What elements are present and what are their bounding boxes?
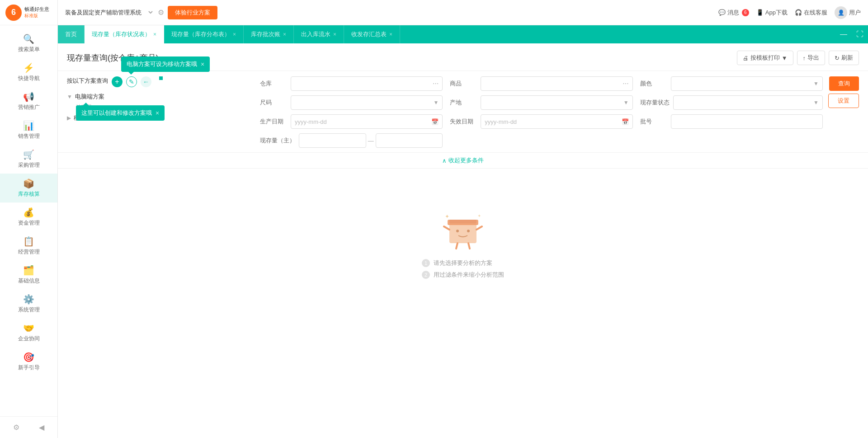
sidebar-item-basic[interactable]: 🗂️ 基础信息	[0, 260, 57, 289]
stock-qty-separator: —	[368, 137, 374, 144]
expiry-date-label: 失效日期	[450, 118, 477, 126]
edit-scheme-button[interactable]: ✎	[126, 76, 137, 87]
page-inner: 现存量查询(按仓库+商品) 🖨 按模板打印 ▼ ↑ 导出 ↻ 刷新	[58, 43, 868, 438]
field-expiry-date: 失效日期 yyyy-mm-dd 📅	[450, 114, 632, 129]
svg-line-8	[468, 243, 470, 249]
sidebar-item-guide[interactable]: 🎯 新手引导	[0, 347, 57, 376]
tab-inventory-status[interactable]: 现存量（库存状况表） ×	[85, 25, 164, 43]
empty-step-2: 2 用过滤条件来缩小分析范围	[422, 269, 504, 281]
tab-home[interactable]: 首页	[58, 25, 85, 43]
svg-point-3	[456, 230, 459, 232]
settings-bottom-btn[interactable]: ⚙	[13, 423, 19, 432]
production-date-label: 生产日期	[260, 118, 287, 126]
color-chevron-icon: ▼	[813, 80, 819, 87]
header-right: 💬 消息 6 📱 App下载 🎧 在线客服 👤 用户	[718, 6, 861, 19]
dot-indicator	[159, 76, 163, 80]
quick-nav-icon: ⚡	[23, 62, 34, 73]
tooltip2-close-button[interactable]: ×	[156, 109, 159, 117]
production-date-input[interactable]: yyyy-mm-dd 📅	[291, 114, 443, 129]
export-button[interactable]: ↑ 导出	[797, 51, 826, 65]
guide-nav-icon: 🎯	[23, 352, 34, 363]
color-input[interactable]: ▼	[671, 76, 823, 91]
batch-no-input[interactable]	[671, 114, 823, 129]
tab-bar: 首页 现存量（库存状况表） × 现存量（库存分布表） × 库存批次账 × 出入库…	[58, 25, 868, 43]
stock-qty-to[interactable]	[376, 133, 443, 148]
sidebar-item-search[interactable]: 🔍 搜索菜单	[0, 29, 57, 58]
svg-text:✦: ✦	[445, 213, 449, 220]
collapse-button[interactable]: ∧ 收起更多条件	[442, 156, 484, 165]
search-actions: 查询 设置	[828, 76, 859, 108]
field-color: 颜色 ▼	[640, 76, 823, 91]
stock-status-input[interactable]: ▼	[673, 95, 823, 110]
logo-text: 畅通好生意	[24, 6, 49, 13]
scheme-tree: 这里可以创建和修改方案哦 × ▼ 电脑端方案 按商品	[67, 91, 255, 124]
sidebar-item-quick[interactable]: ⚡ 快捷导航	[0, 58, 57, 87]
reset-button[interactable]: 设置	[828, 94, 859, 108]
origin-input[interactable]: ▼	[481, 95, 632, 110]
filter-label-row: 按以下方案查询 + ✎ ← 电脑方案可设为移动方案哦 ×	[67, 76, 255, 87]
header-left: 装备及固定资产辅助管理系统 ⚙ 体验行业方案	[65, 6, 217, 19]
sidebar-item-purchase[interactable]: 🛒 采购管理	[0, 145, 57, 174]
tab-close-batch-account[interactable]: ×	[283, 31, 286, 38]
add-scheme-button[interactable]: +	[112, 76, 123, 87]
operations-nav-icon: 📋	[23, 236, 34, 247]
sidebar-item-marketing[interactable]: 📢 营销推广	[0, 87, 57, 116]
sidebar-item-sales[interactable]: 📊 销售管理	[0, 116, 57, 145]
empty-illustration: ✦ ✦	[440, 205, 486, 250]
tab-inventory-dist[interactable]: 现存量（库存分布表） ×	[164, 25, 244, 43]
sidebar-item-inventory[interactable]: 📦 库存核算	[0, 174, 57, 203]
gear-icon[interactable]: ⚙	[158, 8, 164, 17]
svg-rect-2	[449, 220, 476, 223]
tab-receive-summary[interactable]: 收发存汇总表 ×	[344, 25, 400, 43]
tab-batch-account[interactable]: 库存批次账 ×	[244, 25, 294, 43]
sidebar-item-system[interactable]: ⚙️ 系统管理	[0, 289, 57, 318]
online-service-action[interactable]: 🎧 在线客服	[795, 9, 827, 17]
search-button[interactable]: 查询	[829, 76, 859, 91]
experience-button[interactable]: 体验行业方案	[168, 6, 217, 19]
scheme-desktop-arrow-icon: ▼	[67, 94, 72, 100]
avatar: 👤	[835, 6, 847, 19]
system-select[interactable]	[145, 9, 154, 16]
user-action[interactable]: 👤 用户	[835, 6, 861, 19]
print-button[interactable]: 🖨 按模板打印 ▼	[737, 51, 793, 65]
message-badge: 6	[742, 9, 749, 16]
field-batch-no: 批号	[640, 114, 823, 129]
filter-section: 按以下方案查询 + ✎ ← 电脑方案可设为移动方案哦 ×	[58, 71, 868, 169]
tab-close-inventory-dist[interactable]: ×	[233, 31, 236, 38]
size-input[interactable]: ▼	[291, 95, 443, 110]
scheme-desktop[interactable]: ▼ 电脑端方案	[67, 91, 255, 103]
app-download-action[interactable]: 📱 App下载	[756, 9, 788, 17]
collapse-bottom-btn[interactable]: ◀	[39, 423, 44, 432]
sidebar-item-operations[interactable]: 📋 经营管理	[0, 231, 57, 260]
messages-action[interactable]: 💬 消息 6	[718, 9, 749, 17]
goods-input[interactable]: ···	[481, 76, 632, 91]
tab-close-inout-flow[interactable]: ×	[333, 31, 336, 38]
production-date-calendar-icon: 📅	[431, 118, 439, 125]
arrow-scheme-button[interactable]: ←	[141, 76, 151, 87]
main-content: 装备及固定资产辅助管理系统 ⚙ 体验行业方案 💬 消息 6 📱 App下载 🎧 …	[58, 0, 868, 438]
tab-inout-flow[interactable]: 出入库流水 ×	[294, 25, 344, 43]
origin-label: 产地	[450, 99, 477, 107]
scheme-mobile-arrow-icon: ▶	[67, 115, 71, 121]
svg-line-5	[444, 226, 449, 230]
svg-text:✦: ✦	[477, 213, 481, 218]
warehouse-input[interactable]: ···	[291, 76, 443, 91]
tab-close-inventory-status[interactable]: ×	[153, 31, 156, 38]
query-label: 按以下方案查询	[67, 77, 108, 85]
page-actions: 🖨 按模板打印 ▼ ↑ 导出 ↻ 刷新	[737, 51, 859, 65]
sidebar-item-enterprise[interactable]: 🤝 企业协同	[0, 318, 57, 347]
tab-minimize-icon[interactable]: —	[835, 25, 852, 43]
sidebar-item-finance[interactable]: 💰 资金管理	[0, 203, 57, 231]
tooltip1-close-button[interactable]: ×	[201, 61, 204, 68]
tab-close-receive-summary[interactable]: ×	[389, 31, 392, 38]
expiry-date-input[interactable]: yyyy-mm-dd 📅	[481, 114, 632, 129]
tab-maximize-icon[interactable]: ⛶	[852, 25, 868, 43]
stock-qty-from[interactable]	[299, 133, 366, 148]
filter-main: 按以下方案查询 + ✎ ← 电脑方案可设为移动方案哦 ×	[67, 76, 255, 127]
enterprise-nav-icon: 🤝	[23, 323, 34, 334]
field-stock-qty: 现存量（主） —	[260, 133, 443, 148]
logo-icon: 6	[5, 5, 22, 21]
refresh-button[interactable]: ↻ 刷新	[829, 51, 859, 65]
filter-fields-area: 仓库 ··· 商品 ···	[260, 76, 823, 152]
phone-icon: 📱	[756, 9, 764, 16]
